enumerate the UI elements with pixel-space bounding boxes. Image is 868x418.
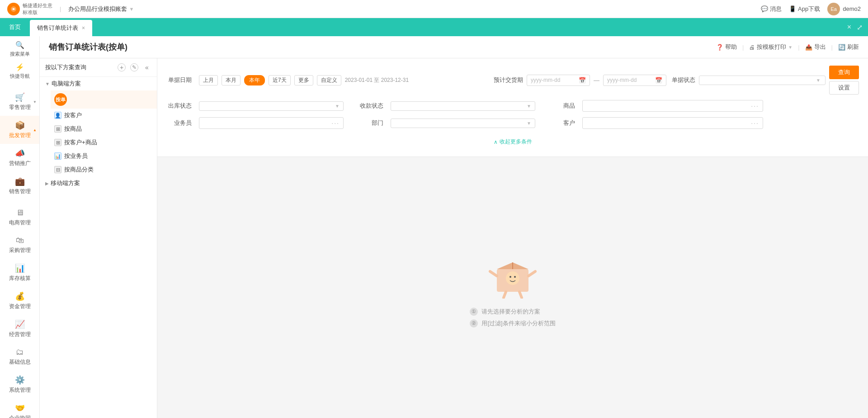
- tree-child-by-category[interactable]: ⊟ 按商品分类: [51, 163, 157, 176]
- logo-text: 畅捷通好生意 标准版: [23, 2, 52, 15]
- collapse-btn[interactable]: ∧ 收起更多条件: [166, 134, 859, 149]
- tree-child-by-category-label: 按商品分类: [64, 166, 94, 174]
- expected-date-start-input[interactable]: [531, 77, 577, 83]
- payment-status-select[interactable]: ▼: [391, 101, 535, 111]
- tab-bar-right: × ⤢: [847, 23, 868, 32]
- dropdown-icon[interactable]: ▼: [129, 6, 134, 12]
- left-panel-header: 按以下方案查询 + ✎ «: [40, 58, 157, 77]
- page-header: 销售订单统计表(按单) ❓ 帮助 | 🖨 按模板打印 ▼ | 📤 导出 |: [40, 36, 868, 58]
- tree-child-by-customer-label: 按客户: [64, 111, 82, 119]
- delivery-status-label: 出库状态: [166, 102, 192, 110]
- tree-child-by-goods[interactable]: ⊞ 按商品: [51, 122, 157, 136]
- department-label: 部门: [358, 119, 383, 127]
- goods-select[interactable]: ···: [582, 100, 763, 112]
- date-label: 单据日期: [166, 76, 192, 84]
- tree-section-mobile[interactable]: ▶ 移动端方案: [40, 176, 157, 190]
- page-header-actions: ❓ 帮助 | 🖨 按模板打印 ▼ | 📤 导出 | 🔄 刷新: [716, 43, 859, 57]
- expected-date-end[interactable]: 📅: [603, 75, 666, 86]
- delivery-status-select[interactable]: ▼: [199, 101, 344, 111]
- tree-section-pc-label: 电脑端方案: [52, 80, 81, 88]
- svg-line-8: [528, 271, 535, 276]
- tree-child-by-order[interactable]: 按单: [51, 90, 157, 109]
- customer-select[interactable]: ···: [582, 117, 763, 129]
- message-btn[interactable]: 💬 消息: [761, 5, 782, 13]
- main-layout: 🔍 搜索菜单 ⚡ 快捷导航 🛒 零售管理 ▼ 📦 批发管理 ▲ 📣 营销推广 💼…: [0, 36, 868, 418]
- bill-status-select[interactable]: ▼: [699, 76, 826, 85]
- goods-more-icon[interactable]: ···: [751, 102, 759, 109]
- tab-home[interactable]: 首页: [0, 23, 30, 31]
- right-area: 单据日期 上月 本月 本年 近7天 更多 自定义 2023-01-01 至 20…: [157, 58, 868, 418]
- date-range-text: 2023-01-01 至 2023-12-31: [345, 76, 409, 84]
- svg-line-10: [519, 292, 522, 298]
- sidebar-item-ecommerce[interactable]: 🖥 电商管理: [0, 204, 39, 231]
- tree-section-pc[interactable]: ▼ 电脑端方案: [40, 77, 157, 90]
- window-expand-icon[interactable]: ⤢: [857, 23, 863, 32]
- user-menu-btn[interactable]: Ea demo2: [827, 3, 861, 15]
- tree-child-by-customer[interactable]: 👤 按客户: [51, 109, 157, 122]
- date-btn-more[interactable]: 更多: [294, 75, 313, 86]
- bill-status-label: 单据状态: [670, 76, 695, 84]
- app-download-btn[interactable]: 📱 App下载: [789, 5, 820, 13]
- filter-row-3: 业务员 ··· 部门 ▼ 客户 ···: [166, 117, 859, 129]
- top-bar-left: 畅捷通好生意 标准版 | 办公用品行业模拟账套 ▼: [7, 2, 134, 15]
- tip-num-2: ②: [470, 319, 478, 328]
- tree-child-by-salesman[interactable]: 📊 按业务员: [51, 149, 157, 163]
- edit-scheme-icon[interactable]: ✎: [130, 63, 139, 72]
- date-sep: —: [594, 77, 599, 84]
- sidebar-item-marketing[interactable]: 📣 营销推广: [0, 144, 39, 172]
- sidebar-item-purchase[interactable]: 🛍 采购管理: [0, 231, 39, 259]
- app-download-icon: 📱: [789, 5, 796, 12]
- cal-icon-2: 📅: [655, 77, 662, 84]
- query-button[interactable]: 查询: [829, 66, 859, 79]
- expected-date-end-input[interactable]: [607, 77, 653, 83]
- sidebar-item-retail[interactable]: 🛒 零售管理 ▼: [0, 88, 39, 116]
- customer-more-icon[interactable]: ···: [751, 119, 759, 127]
- sidebar-item-operation[interactable]: 📈 经营管理: [0, 315, 39, 343]
- date-btn-last-month[interactable]: 上月: [199, 75, 218, 86]
- svg-point-4: [506, 271, 519, 285]
- svg-line-7: [490, 271, 497, 276]
- expected-date-start[interactable]: 📅: [527, 75, 590, 86]
- settings-button[interactable]: 设置: [829, 81, 859, 95]
- message-icon: 💬: [761, 5, 768, 12]
- sidebar-item-wholesale[interactable]: 📦 批发管理 ▲: [0, 116, 39, 144]
- date-btn-custom[interactable]: 自定义: [317, 75, 341, 86]
- print-btn[interactable]: 🖨 按模板打印 ▼: [749, 43, 793, 51]
- tab-close-icon[interactable]: ×: [82, 25, 85, 31]
- sidebar-search-label: 搜索菜单: [10, 51, 30, 57]
- tree-child-by-customer-goods[interactable]: ⊞ 按客户+商品: [51, 136, 157, 149]
- sidebar-item-sales[interactable]: 💼 销售管理: [0, 172, 39, 200]
- by-customer-icon: 👤: [54, 112, 61, 119]
- top-bar-title: 办公用品行业模拟账套 ▼: [68, 5, 134, 13]
- department-select[interactable]: ▼: [391, 119, 535, 128]
- cal-icon-1: 📅: [579, 77, 586, 84]
- add-scheme-icon[interactable]: +: [117, 63, 126, 72]
- date-btn-this-year[interactable]: 本年: [244, 75, 265, 86]
- sidebar-nav-label: 快捷导航: [10, 73, 30, 80]
- sidebar-item-inventory[interactable]: 📊 库存核算: [0, 259, 39, 287]
- right-content: ① 请先选择要分析的方案 ② 用[过滤]条件来缩小分析范围: [157, 157, 868, 418]
- date-btn-this-month[interactable]: 本月: [222, 75, 241, 86]
- date-btn-7days[interactable]: 近7天: [269, 75, 291, 86]
- sidebar-search[interactable]: 🔍 搜索菜单: [0, 36, 39, 60]
- sidebar-item-enterprise[interactable]: 🤝 企业协同: [0, 399, 39, 418]
- window-close-icon[interactable]: ×: [847, 23, 851, 31]
- sidebar-item-finance[interactable]: 💰 资金管理: [0, 287, 39, 315]
- help-btn[interactable]: ❓ 帮助: [716, 43, 737, 51]
- avatar: Ea: [827, 3, 840, 15]
- collapse-panel-icon[interactable]: «: [142, 63, 151, 72]
- sidebar-item-basic[interactable]: 🗂 基础信息: [0, 343, 39, 370]
- export-icon: 📤: [805, 44, 812, 51]
- salesman-select[interactable]: ···: [199, 117, 344, 129]
- filter-row-2: 出库状态 ▼ 收款状态 ▼ 商品 ···: [166, 100, 859, 112]
- sidebar-item-system[interactable]: ⚙️ 系统管理: [0, 370, 39, 399]
- split-layout: 按以下方案查询 + ✎ « ▼: [40, 58, 868, 418]
- left-panel-icons: + ✎ «: [117, 63, 151, 72]
- refresh-btn[interactable]: 🔄 刷新: [838, 43, 859, 51]
- tab-sales-order[interactable]: 销售订单统计表 ×: [30, 20, 92, 36]
- tree-child-by-salesman-label: 按业务员: [64, 152, 88, 160]
- sidebar-nav[interactable]: ⚡ 快捷导航: [0, 60, 39, 84]
- export-btn[interactable]: 📤 导出: [805, 43, 826, 51]
- salesman-more-icon[interactable]: ···: [331, 119, 340, 127]
- svg-line-9: [504, 292, 506, 298]
